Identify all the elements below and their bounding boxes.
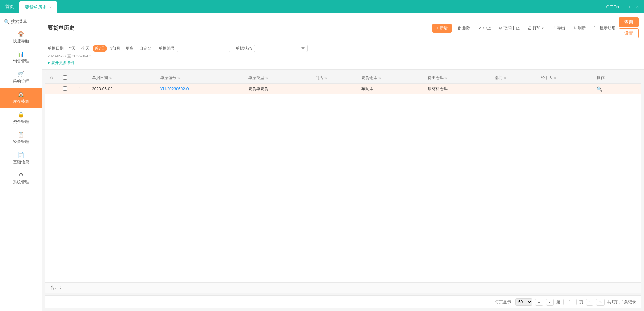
table-wrapper[interactable]: ⚙ 单据日期 单据编号 单据类型 门店 要货仓库 待出仓库 部门 xyxy=(45,72,641,282)
sales-icon: 📊 xyxy=(18,51,24,57)
th-doc-no[interactable]: 单据编号 xyxy=(157,72,245,84)
toolbar-divider xyxy=(591,25,591,31)
date-btn-more[interactable]: 更多 xyxy=(124,45,136,52)
row-handler xyxy=(537,84,593,94)
purchase-icon: 🛒 xyxy=(18,71,24,77)
operations-icon: 📋 xyxy=(18,131,24,138)
basic-info-icon: 📄 xyxy=(18,151,24,158)
minimize-btn[interactable]: − xyxy=(623,4,626,9)
tab-list: 首页 要货单历史 × xyxy=(0,0,57,13)
filter-bar: 单据日期 昨天 今天 近7天 近1月 更多 自定义 单据编号 单据状态 xyxy=(42,41,644,70)
main-layout: 🔍 搜索菜单 🏠 快捷导航 📊 销售管理 🛒 采购管理 🏠 库存核算 🔒 资金管… xyxy=(0,13,644,311)
pagination-bar: 每页显示 50 20 100 200 « ‹ 第 页 › » 共1页，1条记录 xyxy=(45,295,641,308)
date-filter: 单据日期 昨天 今天 近7天 近1月 更多 自定义 xyxy=(48,45,153,52)
row-date: 2023-06-02 xyxy=(89,84,157,94)
row-more-icon[interactable]: ⋯ xyxy=(604,86,609,92)
maximize-btn[interactable]: □ xyxy=(630,4,632,9)
doc-no-label: 单据编号 xyxy=(159,46,175,51)
th-pending-warehouse[interactable]: 待出仓库 xyxy=(424,72,491,84)
expand-more-icon: ▾ xyxy=(48,61,50,65)
th-doc-type[interactable]: 单据类型 xyxy=(245,72,312,84)
row-view-icon[interactable]: 🔍 xyxy=(597,86,602,92)
first-page-btn[interactable]: « xyxy=(535,299,543,306)
next-page-btn[interactable]: › xyxy=(586,299,593,306)
content-area: 要货单历史 + 新增 🗑 删除 ⊘ 中止 ⊘ 取消中止 🖨 打印 ▾ ↗ 导出 … xyxy=(42,13,644,311)
row-doc-no: YH-20230602-0 xyxy=(157,84,245,94)
expand-more-btn[interactable]: ▾ 展开更多条件 xyxy=(48,60,639,66)
data-table: ⚙ 单据日期 单据编号 单据类型 门店 要货仓库 待出仓库 部门 xyxy=(45,72,641,94)
page-label: 第 xyxy=(556,299,560,305)
query-button[interactable]: 查询 xyxy=(619,17,639,27)
sidebar-item-quick-nav[interactable]: 🏠 快捷导航 xyxy=(0,27,42,47)
sidebar-item-operations[interactable]: 📋 经营管理 xyxy=(0,128,42,148)
page-input[interactable] xyxy=(563,299,577,305)
per-page-select[interactable]: 50 20 100 200 xyxy=(515,298,532,306)
filter-second-row: 2023-05-27 至 2023-06-02 xyxy=(48,53,639,59)
prev-page-btn[interactable]: ‹ xyxy=(546,299,553,306)
page-title: 要货单历史 xyxy=(48,25,74,32)
new-button[interactable]: + 新增 xyxy=(432,24,452,33)
doc-no-link[interactable]: YH-20230602-0 xyxy=(160,87,189,91)
sidebar-item-system[interactable]: ⚙ 系统管理 xyxy=(0,168,42,188)
select-all-checkbox[interactable] xyxy=(63,75,67,80)
row-checkbox-cell xyxy=(58,84,72,94)
sidebar-item-sales[interactable]: 📊 销售管理 xyxy=(0,47,42,68)
page-header: 要货单历史 + 新增 🗑 删除 ⊘ 中止 ⊘ 取消中止 🖨 打印 ▾ ↗ 导出 … xyxy=(42,13,644,41)
row-dept xyxy=(491,84,537,94)
status-filter: 单据状态 xyxy=(236,45,308,52)
last-page-btn[interactable]: » xyxy=(596,299,604,306)
display-detail-checkbox[interactable] xyxy=(594,26,598,30)
table-footer: 合计： xyxy=(45,282,641,293)
export-button[interactable]: ↗ 导出 xyxy=(549,24,568,32)
sidebar-item-basic-info[interactable]: 📄 基础信息 xyxy=(0,148,42,168)
date-btn-1month[interactable]: 近1月 xyxy=(108,45,123,52)
sidebar-item-inventory[interactable]: 🏠 库存核算 xyxy=(0,88,42,108)
row-checkbox[interactable] xyxy=(63,86,67,91)
th-handler[interactable]: 经手人 xyxy=(537,72,593,84)
th-dept[interactable]: 部门 xyxy=(491,72,537,84)
window-close-btn[interactable]: × xyxy=(636,4,639,9)
query-setting-group: 查询 设置 xyxy=(619,17,639,38)
doc-no-filter: 单据编号 xyxy=(159,45,230,52)
summary-label: 合计： xyxy=(50,285,62,291)
tab-close-icon[interactable]: × xyxy=(49,5,52,10)
row-req-warehouse: 车间库 xyxy=(358,84,424,94)
th-store[interactable]: 门店 xyxy=(312,72,358,84)
th-req-warehouse[interactable]: 要货仓库 xyxy=(358,72,424,84)
status-select[interactable] xyxy=(254,45,308,52)
filter-row: 单据日期 昨天 今天 近7天 近1月 更多 自定义 单据编号 单据状态 xyxy=(48,45,639,52)
sidebar-item-purchase[interactable]: 🛒 采购管理 xyxy=(0,68,42,88)
table-row: 1 2023-06-02 YH-20230602-0 要货单要货 车间库 原材料… xyxy=(45,84,641,94)
row-pending-warehouse: 原材料仓库 xyxy=(424,84,491,94)
page-unit: 页 xyxy=(579,299,583,305)
row-store xyxy=(312,84,358,94)
delete-button[interactable]: 🗑 删除 xyxy=(454,24,473,32)
date-btn-today[interactable]: 今天 xyxy=(79,45,91,52)
print-button[interactable]: 🖨 打印 ▾ xyxy=(525,24,546,32)
tab-active[interactable]: 要货单历史 × xyxy=(19,1,57,13)
tab-home[interactable]: 首页 xyxy=(0,0,19,13)
th-date[interactable]: 单据日期 xyxy=(89,72,157,84)
refresh-button[interactable]: ↻ 刷新 xyxy=(571,24,588,32)
display-detail-checkbox-label[interactable]: 显示明细 xyxy=(594,25,616,31)
row-settings-icon[interactable] xyxy=(45,84,58,94)
finance-icon: 🔒 xyxy=(18,111,24,118)
date-btn-custom[interactable]: 自定义 xyxy=(137,45,153,52)
inventory-icon: 🏠 xyxy=(18,91,24,97)
date-btn-yesterday[interactable]: 昨天 xyxy=(66,45,78,52)
setting-button[interactable]: 设置 xyxy=(619,28,639,38)
system-icon: ⚙ xyxy=(19,172,23,178)
print-dropdown-icon: ▾ xyxy=(542,26,544,30)
sidebar-search[interactable]: 🔍 搜索菜单 xyxy=(0,16,42,27)
date-btn-7days[interactable]: 近7天 xyxy=(93,45,107,52)
row-num: 1 xyxy=(72,84,89,94)
stop-button[interactable]: ⊘ 中止 xyxy=(476,24,493,32)
doc-no-input[interactable] xyxy=(177,45,230,52)
sidebar: 🔍 搜索菜单 🏠 快捷导航 📊 销售管理 🛒 采购管理 🏠 库存核算 🔒 资金管… xyxy=(0,13,42,311)
sidebar-item-finance[interactable]: 🔒 资金管理 xyxy=(0,108,42,128)
th-settings[interactable]: ⚙ xyxy=(45,72,58,84)
top-bar: 首页 要货单历史 × OfTEn − □ × xyxy=(0,0,644,13)
date-range-text: 2023-05-27 至 2023-06-02 xyxy=(48,54,91,58)
cancel-stop-button[interactable]: ⊘ 取消中止 xyxy=(496,24,522,32)
th-num xyxy=(72,72,89,84)
